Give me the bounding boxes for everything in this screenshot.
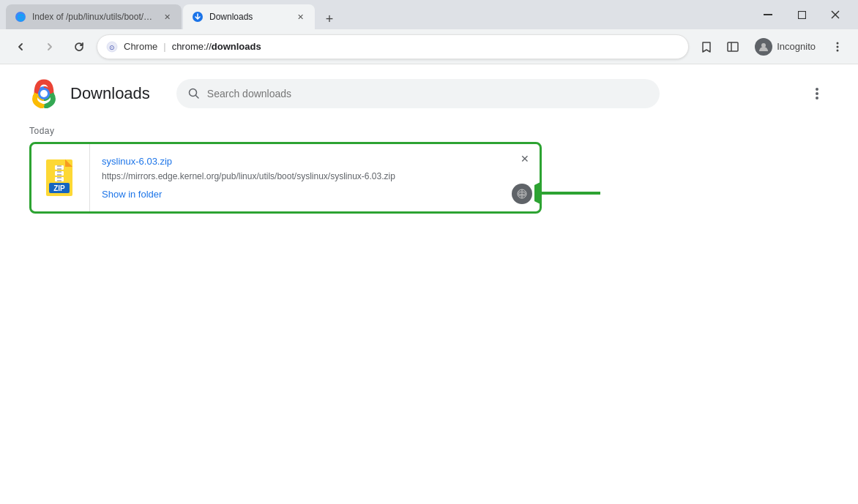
svg-text:⊙: ⊙: [109, 43, 115, 50]
section-label: Today: [29, 126, 829, 136]
svg-rect-33: [57, 174, 61, 176]
address-separator: |: [163, 41, 165, 52]
tab-favicon-2: [192, 11, 204, 23]
download-filename[interactable]: syslinux-6.03.zip: [102, 156, 528, 167]
svg-rect-3: [764, 14, 772, 15]
search-bar[interactable]: [176, 79, 660, 108]
chrome-logo: [29, 79, 59, 108]
zip-file-icon: ZIP: [45, 158, 77, 198]
svg-rect-32: [57, 171, 61, 173]
tab-close-2[interactable]: ✕: [294, 11, 306, 23]
svg-text:🌐: 🌐: [17, 13, 26, 22]
svg-rect-34: [57, 177, 61, 178]
page-title: Downloads: [70, 84, 150, 103]
svg-point-18: [40, 90, 48, 97]
close-button[interactable]: [818, 3, 852, 26]
incognito-button[interactable]: Incognito: [747, 35, 823, 59]
svg-point-12: [837, 42, 839, 44]
search-input[interactable]: [207, 88, 648, 99]
menu-button[interactable]: [826, 35, 849, 59]
incognito-icon: [755, 38, 772, 56]
nav-right-controls: Incognito: [695, 35, 849, 59]
refresh-button[interactable]: [67, 35, 91, 59]
maximize-button[interactable]: [785, 3, 818, 26]
tab-title-2: Downloads: [209, 12, 288, 22]
svg-line-20: [195, 96, 198, 99]
show-in-folder-link[interactable]: Show in folder: [102, 189, 162, 200]
download-actions: Show in folder: [102, 189, 528, 200]
tab-title-1: Index of /pub/linux/utils/boot/s…: [32, 12, 155, 22]
svg-rect-35: [57, 180, 61, 181]
tab-1[interactable]: 🌐 Index of /pub/linux/utils/boot/s… ✕: [6, 4, 182, 29]
tab-favicon-1: 🌐: [15, 11, 26, 23]
incognito-label: Incognito: [777, 41, 816, 52]
back-button[interactable]: [9, 35, 32, 59]
download-close-button[interactable]: ✕: [518, 151, 532, 166]
bookmark-button[interactable]: [695, 35, 718, 59]
nav-bar: ⊙ Chrome | chrome://downloads Incognito: [0, 29, 858, 64]
more-options-button[interactable]: [805, 82, 829, 105]
download-info: syslinux-6.03.zip https://mirrors.edge.k…: [90, 144, 540, 211]
svg-point-23: [816, 97, 818, 99]
tab-close-1[interactable]: ✕: [161, 11, 173, 23]
svg-rect-30: [57, 165, 61, 167]
page-content: Downloads Today: [0, 64, 858, 504]
download-card: ZIP syslinux-6.03.zip https://mirrors.ed…: [29, 142, 542, 214]
svg-rect-4: [798, 11, 805, 18]
page-header: Downloads: [29, 79, 829, 108]
address-chrome-label: Chrome: [124, 41, 157, 52]
sidebar-button[interactable]: [721, 35, 745, 59]
svg-point-21: [816, 88, 818, 91]
svg-rect-9: [728, 42, 738, 51]
arrow-annotation: [534, 178, 608, 208]
minimize-button[interactable]: [751, 3, 785, 26]
svg-point-22: [816, 92, 818, 95]
tab-strip: 🌐 Index of /pub/linux/utils/boot/s… ✕ Do…: [6, 0, 742, 29]
download-status-icon: [512, 184, 532, 204]
svg-text:ZIP: ZIP: [53, 184, 65, 192]
green-arrow-icon: [534, 178, 608, 208]
address-favicon: ⊙: [106, 41, 118, 53]
svg-point-13: [837, 45, 839, 48]
download-icon-area: ZIP: [31, 144, 90, 211]
address-url: chrome://downloads: [172, 41, 261, 52]
svg-point-14: [837, 49, 839, 51]
forward-button[interactable]: [38, 35, 61, 59]
title-bar: 🌐 Index of /pub/linux/utils/boot/s… ✕ Do…: [0, 0, 858, 29]
new-tab-button[interactable]: +: [319, 9, 340, 29]
address-url-bold: downloads: [212, 41, 261, 52]
download-url: https://mirrors.edge.kernel.org/pub/linu…: [102, 171, 528, 181]
svg-rect-31: [57, 168, 61, 170]
address-bar[interactable]: ⊙ Chrome | chrome://downloads: [97, 34, 689, 59]
search-icon: [188, 88, 200, 99]
tab-2[interactable]: Downloads ✕: [183, 4, 315, 29]
